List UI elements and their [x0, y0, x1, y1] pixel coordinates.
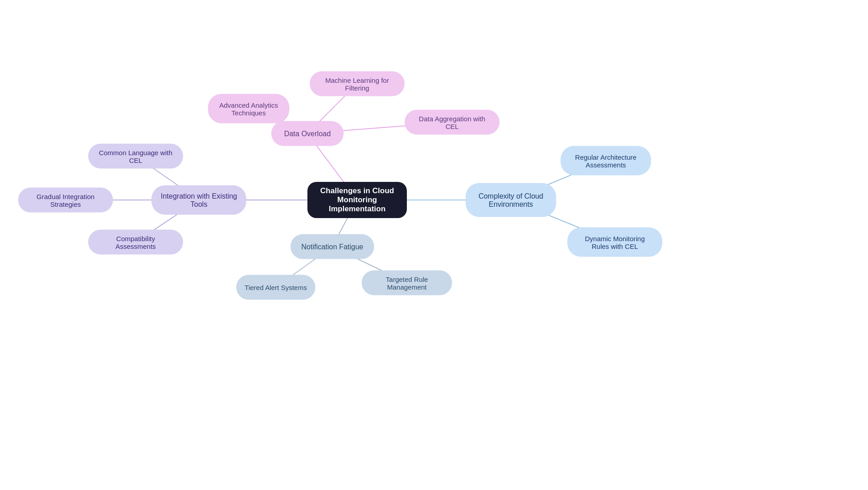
- dynamic-monitoring-node[interactable]: Dynamic Monitoring Rules with CEL: [567, 228, 662, 257]
- compatibility-node[interactable]: Compatibility Assessments: [88, 230, 183, 255]
- complexity-cloud-node[interactable]: Complexity of Cloud Environments: [466, 183, 556, 217]
- targeted-rule-node[interactable]: Targeted Rule Management: [362, 271, 452, 295]
- advanced-analytics-node[interactable]: Advanced Analytics Techniques: [208, 94, 289, 124]
- machine-learning-node[interactable]: Machine Learning for Filtering: [310, 71, 405, 96]
- regular-architecture-node[interactable]: Regular Architecture Assessments: [561, 146, 651, 176]
- center-node[interactable]: Challenges in Cloud Monitoring Implement…: [307, 182, 407, 218]
- tiered-alert-node[interactable]: Tiered Alert Systems: [236, 275, 316, 300]
- integration-tools-node[interactable]: Integration with Existing Tools: [151, 186, 246, 215]
- gradual-integration-node[interactable]: Gradual Integration Strategies: [18, 188, 113, 213]
- data-aggregation-node[interactable]: Data Aggregation with CEL: [405, 110, 500, 135]
- common-language-node[interactable]: Common Language with CEL: [88, 144, 183, 169]
- mind-map-container: Challenges in Cloud Monitoring Implement…: [0, 0, 868, 490]
- data-overload-node[interactable]: Data Overload: [271, 121, 344, 146]
- notification-fatigue-node[interactable]: Notification Fatigue: [291, 234, 374, 259]
